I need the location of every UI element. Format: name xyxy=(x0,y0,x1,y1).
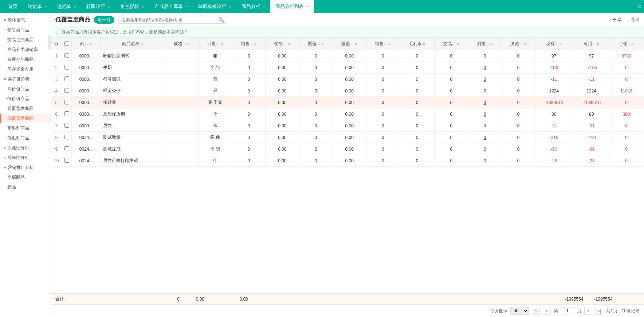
sidebar-section-overall[interactable]: ∨ 整体信息 xyxy=(0,15,51,25)
sales-amt-col-header[interactable]: 销售...⇅ xyxy=(266,38,299,50)
row-checkbox[interactable] xyxy=(64,88,69,93)
sidebar-item-low-margin[interactable]: 低毛利商品 xyxy=(0,133,51,143)
row-browse1[interactable]: 0 xyxy=(468,74,502,85)
nav-tab-sales[interactable]: 销货单 × xyxy=(23,0,52,13)
row-name[interactable]: 测试数量 xyxy=(101,132,165,143)
sales-count-col-header[interactable]: 销售...⇅ xyxy=(366,38,400,50)
row-browse1[interactable]: 0 xyxy=(468,143,502,155)
sidebar-section-cluster[interactable]: ∨ 类群度分析 xyxy=(0,74,51,84)
nav-tab-goods-analysis[interactable]: 商品分析 × xyxy=(236,0,270,13)
sidebar-section-growth[interactable]: > 成长性分析 xyxy=(0,153,51,163)
export-button[interactable]: ↓ 导出 xyxy=(628,17,640,23)
share-button[interactable]: ↗ 分享 xyxy=(608,17,622,23)
row-name[interactable]: 牛奶 xyxy=(101,62,165,74)
row-checkbox[interactable] xyxy=(64,65,69,70)
row-name[interactable]: 启用保质期 xyxy=(101,108,165,120)
browse1-col-header[interactable]: 浏览...⇅ xyxy=(468,38,502,50)
nav-tab-home[interactable]: 首页 xyxy=(3,0,23,13)
sidebar-item-high-value[interactable]: 高价值商品 xyxy=(0,84,51,94)
sidebar-item-all-goods[interactable]: 全部商品 xyxy=(0,173,51,182)
row-browse1[interactable]: 0 xyxy=(468,50,502,62)
coverage2-col-header[interactable]: 覆盖...⇅ xyxy=(333,38,366,50)
sidebar-item-traded-goods[interactable]: 交易过的商品 xyxy=(0,35,51,45)
nav-tab-production[interactable]: 产成品入库单 × xyxy=(149,0,193,13)
sidebar-collapse-button[interactable]: « xyxy=(48,35,51,49)
row-name[interactable]: 属性 xyxy=(101,120,165,132)
row-name[interactable]: 符号测试 xyxy=(101,74,165,85)
sellable-col-header[interactable]: 可销...⇅ xyxy=(610,38,644,50)
close-all-tabs[interactable]: × xyxy=(638,3,641,10)
row-browse1[interactable]: 0 xyxy=(468,155,502,167)
sidebar-section-marketing[interactable]: ∨ 营销推广分析 xyxy=(0,163,51,173)
available-col-header[interactable]: 可用...⇅ xyxy=(573,38,610,50)
checkbox-col-header[interactable] xyxy=(62,38,71,50)
next-page-button[interactable]: > xyxy=(584,307,592,315)
close-production-tab[interactable]: × xyxy=(185,4,188,9)
name-col-header[interactable]: 商品名称⇅ xyxy=(101,38,165,50)
row-checkbox-cell[interactable] xyxy=(62,97,71,108)
nav-tab-purchase[interactable]: 进货单 × xyxy=(52,0,81,13)
sidebar-item-category-rate[interactable]: 商品分类动销率 xyxy=(0,45,51,55)
sidebar-item-new-goods[interactable]: 新品 xyxy=(0,182,51,192)
close-goods-list-tab[interactable]: × xyxy=(306,4,309,9)
first-page-button[interactable]: K xyxy=(532,307,540,315)
search-icon[interactable]: 🔍 xyxy=(218,17,224,23)
row-checkbox-cell[interactable] xyxy=(62,108,71,120)
row-name[interactable]: 属性价格打印测试 xyxy=(101,155,165,167)
close-sales-tab[interactable]: × xyxy=(44,4,47,9)
page-size-select[interactable]: 50 20 100 xyxy=(510,307,529,315)
sidebar-item-inventory-capital[interactable]: 库存资金占用 xyxy=(0,64,51,74)
spec-col-header[interactable]: 规格...⇅ xyxy=(165,38,198,50)
row-checkbox-cell[interactable] xyxy=(62,132,71,143)
row-checkbox-cell[interactable] xyxy=(62,50,71,62)
sidebar-item-high-margin[interactable]: 高毛利商品 xyxy=(0,123,51,133)
row-checkbox-cell[interactable] xyxy=(62,85,71,97)
sidebar-item-high-coverage[interactable]: 高覆盖度商品 xyxy=(0,104,51,114)
browse2-col-header[interactable]: 浏览...⇅ xyxy=(502,38,535,50)
row-name[interactable]: 旺辅批次测试 xyxy=(101,50,165,62)
sidebar-section-flow[interactable]: > 流通性分析 xyxy=(0,143,51,153)
current-stock-col-header[interactable]: 现有...⇅ xyxy=(535,38,573,50)
row-checkbox-cell[interactable] xyxy=(62,155,71,167)
close-purchase-tab[interactable]: × xyxy=(74,4,76,9)
row-checkbox[interactable] xyxy=(64,111,69,116)
unit-col-header[interactable]: 计量...⇅ xyxy=(199,38,232,50)
nav-tab-permissions[interactable]: 权限设置 × xyxy=(81,0,115,13)
row-checkbox-cell[interactable] xyxy=(62,62,71,74)
row-checkbox[interactable] xyxy=(64,123,69,128)
close-roles-tab[interactable]: × xyxy=(142,4,144,9)
sidebar-item-sales-goods[interactable]: 销售类商品 xyxy=(0,25,51,35)
code-col-header[interactable]: 商...⇅ xyxy=(71,38,101,50)
last-page-button[interactable]: >| xyxy=(595,307,603,315)
row-name[interactable]: 多计量 xyxy=(101,97,165,108)
row-checkbox[interactable] xyxy=(64,158,69,163)
close-permissions-tab[interactable]: × xyxy=(108,4,110,9)
sidebar-item-low-coverage[interactable]: 低覆盖度商品 xyxy=(0,114,51,123)
select-all-checkbox[interactable] xyxy=(64,41,69,46)
settings-col-header[interactable]: ⚙ xyxy=(51,38,62,50)
row-checkbox-cell[interactable] xyxy=(62,120,71,132)
coverage1-col-header[interactable]: 覆盖...⇅ xyxy=(299,38,333,50)
row-checkbox[interactable] xyxy=(64,53,69,58)
sales-qty-col-header[interactable]: 销售...⇅ xyxy=(232,38,266,50)
close-goods-analysis-tab[interactable]: × xyxy=(263,4,265,9)
row-browse1[interactable]: 0 xyxy=(468,85,502,97)
row-browse1[interactable]: 0 xyxy=(468,132,502,143)
nav-tab-templates[interactable]: 单据模板设置 × xyxy=(193,0,236,13)
row-browse1[interactable]: 0 xyxy=(468,97,502,108)
sidebar-item-stocked-goods[interactable]: 有库存的商品 xyxy=(0,55,51,64)
row-checkbox-cell[interactable] xyxy=(62,74,71,85)
prev-page-button[interactable]: < xyxy=(543,307,551,315)
row-browse1[interactable]: 0 xyxy=(468,120,502,132)
row-checkbox-cell[interactable] xyxy=(62,143,71,155)
nav-tab-goods-list[interactable]: 商品分析列表 × xyxy=(270,0,314,13)
row-browse1[interactable]: 0 xyxy=(468,108,502,120)
sidebar-item-low-value[interactable]: 低价值商品 xyxy=(0,94,51,104)
row-checkbox[interactable] xyxy=(64,100,69,104)
gross-rate-col-header[interactable]: 毛利率⇅ xyxy=(400,38,434,50)
search-input[interactable] xyxy=(121,17,217,23)
row-checkbox[interactable] xyxy=(64,135,69,139)
row-browse1[interactable]: 0 xyxy=(468,62,502,74)
row-name[interactable]: 眠宝公仔 xyxy=(101,85,165,97)
nav-tab-roles[interactable]: 角色授权 × xyxy=(115,0,149,13)
